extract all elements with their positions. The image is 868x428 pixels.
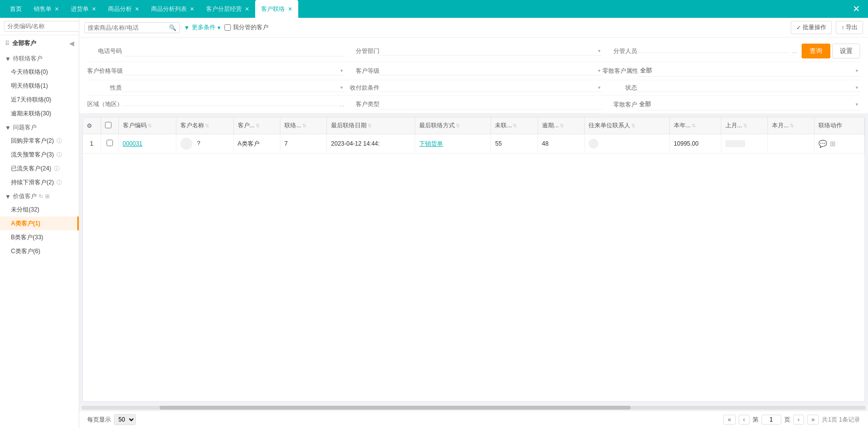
filter-search-icon[interactable]: 🔍 bbox=[169, 24, 176, 31]
message-action-icon[interactable]: 💬 bbox=[818, 140, 827, 148]
customer-code-link[interactable]: 000031 bbox=[123, 140, 143, 147]
nav-tab-sales[interactable]: 销售单 ✕ bbox=[28, 0, 65, 18]
select-customer-level[interactable]: ▾ bbox=[380, 66, 602, 75]
sort-level-icon[interactable]: ⇅ bbox=[256, 123, 260, 128]
info-icon-0[interactable]: ⓘ bbox=[56, 138, 62, 144]
first-page-button[interactable]: « bbox=[723, 415, 736, 425]
input-region[interactable] bbox=[123, 103, 337, 106]
sidebar-collapse-icon[interactable]: ◀ bbox=[69, 40, 74, 47]
grid-action-icon[interactable]: ⊞ bbox=[830, 140, 836, 148]
sort-this-month-icon[interactable]: ⇅ bbox=[790, 123, 794, 128]
close-goods-list-tab[interactable]: ✕ bbox=[190, 6, 194, 12]
select-payment[interactable]: ▾ bbox=[380, 83, 602, 92]
price-level-arrow: ▾ bbox=[340, 68, 343, 73]
nav-tab-goods-analysis[interactable]: 商品分析 ✕ bbox=[102, 0, 145, 18]
settings-button[interactable]: 设置 bbox=[832, 44, 860, 58]
nav-close-app[interactable]: ✕ bbox=[849, 3, 864, 14]
filter-bar: 🔍 ▼ 更多条件 ▾ 我分管的客户 ✓ 批量操作 bbox=[79, 18, 868, 38]
close-purchase-tab[interactable]: ✕ bbox=[92, 6, 96, 12]
close-goods-analysis-tab[interactable]: ✕ bbox=[135, 6, 139, 12]
close-customer-contact-tab[interactable]: ✕ bbox=[288, 6, 292, 12]
sidebar-item-week-pending[interactable]: 近7天待联络(0) bbox=[0, 93, 79, 107]
input-manager[interactable] bbox=[637, 50, 790, 53]
info-icon-1[interactable]: ⓘ bbox=[56, 152, 62, 158]
th-code: 客户编码 ⇅ bbox=[118, 117, 176, 134]
last-page-button[interactable]: » bbox=[807, 415, 819, 425]
select-all-checkbox[interactable] bbox=[105, 122, 111, 128]
sidebar-item-c-class[interactable]: C类客户(6) bbox=[0, 244, 79, 258]
sidebar-item-ungrouped[interactable]: 未分组(32) bbox=[0, 203, 79, 216]
filter-more-conditions[interactable]: ▼ 更多条件 ▾ bbox=[184, 23, 220, 32]
customer-table: ⚙ 客户编码 ⇅ bbox=[83, 117, 865, 154]
sidebar-item-overdue-pending[interactable]: 逾期未联络(30) bbox=[0, 107, 79, 120]
sort-date-icon[interactable]: ⇅ bbox=[368, 123, 372, 128]
sidebar-search-input[interactable] bbox=[4, 21, 79, 32]
select-nature[interactable]: ▾ bbox=[122, 83, 345, 92]
horizontal-scrollbar[interactable] bbox=[79, 405, 868, 411]
select-sparse-attr[interactable]: 全部 ▾ bbox=[638, 65, 860, 77]
content-area: 🔍 ▼ 更多条件 ▾ 我分管的客户 ✓ 批量操作 bbox=[79, 18, 868, 428]
close-sales-tab[interactable]: ✕ bbox=[54, 6, 59, 12]
info-icon-3[interactable]: ⓘ bbox=[56, 179, 62, 185]
td-row-num: 1 bbox=[83, 134, 101, 154]
value-refresh-icon[interactable]: ↻ bbox=[39, 193, 43, 200]
value-section-title[interactable]: ▼ 价值客户 ↻ ⊞ bbox=[0, 189, 79, 203]
close-customer-layer-tab[interactable]: ✕ bbox=[245, 6, 249, 12]
page-input[interactable] bbox=[761, 415, 781, 425]
problem-section-title[interactable]: ▼ 问题客户 bbox=[0, 120, 79, 134]
sort-year-icon[interactable]: ⇅ bbox=[692, 123, 696, 128]
scrollbar-thumb[interactable] bbox=[160, 406, 630, 410]
pending-section-title[interactable]: ▼ 待联络客户 bbox=[0, 52, 79, 65]
export-button[interactable]: ↑ 导出 bbox=[836, 21, 863, 34]
sidebar-item-repurchase-abnormal[interactable]: 回购异常客户(2) ⓘ bbox=[0, 134, 79, 148]
nav-tab-customer-layer[interactable]: 客户分层经营 ✕ bbox=[200, 0, 255, 18]
nav-tab-home[interactable]: 首页 bbox=[4, 0, 28, 18]
filter-search-input[interactable] bbox=[88, 24, 167, 31]
sidebar-item-tomorrow-pending[interactable]: 明天待联络(1) bbox=[0, 79, 79, 93]
sort-name-icon[interactable]: ⇅ bbox=[205, 123, 209, 128]
nav-tab-goods-analysis-list[interactable]: 商品分析列表 ✕ bbox=[145, 0, 200, 18]
input-customer-type[interactable] bbox=[380, 99, 602, 109]
sidebar-item-churned[interactable]: 已流失客户(24) ⓘ bbox=[0, 161, 79, 175]
adv-filter-wrapper: 电话号码 分管部门 ▾ 分管人员 … bbox=[79, 38, 868, 114]
page-size-select[interactable]: 50 bbox=[114, 414, 136, 425]
value-settings-icon[interactable]: ⊞ bbox=[45, 193, 50, 200]
sidebar-item-declining[interactable]: 持续下滑客户(2) ⓘ bbox=[0, 175, 79, 189]
select-status[interactable]: ▾ bbox=[637, 83, 860, 92]
nav-tab-purchase[interactable]: 进货单 ✕ bbox=[65, 0, 102, 18]
sidebar-item-b-class[interactable]: B类客户(33) bbox=[0, 230, 79, 244]
label-manager: 分管人员 bbox=[602, 47, 637, 55]
nav-tab-customer-contact[interactable]: 客户联络 ✕ bbox=[255, 0, 298, 18]
action-icons-group: 💬 ⊞ bbox=[818, 140, 860, 148]
sidebar-item-today-pending[interactable]: 今天待联络(0) bbox=[0, 65, 79, 79]
td-overdue: 48 bbox=[538, 134, 584, 154]
prev-page-button[interactable]: ‹ bbox=[739, 415, 750, 425]
last-method-link[interactable]: 下销货单 bbox=[419, 140, 443, 147]
region-dots[interactable]: … bbox=[339, 101, 345, 108]
sort-no-contact-icon[interactable]: ⇅ bbox=[513, 123, 517, 128]
input-phone[interactable] bbox=[122, 46, 345, 56]
manager-dots[interactable]: … bbox=[792, 48, 798, 54]
sort-overdue-icon[interactable]: ⇅ bbox=[560, 123, 564, 128]
page-size-section: 每页显示 50 bbox=[87, 414, 136, 425]
row-checkbox[interactable] bbox=[107, 140, 113, 146]
settings-gear-icon[interactable]: ⚙ bbox=[87, 122, 92, 129]
sidebar-item-churn-warning[interactable]: 流失预警客户(3) ⓘ bbox=[0, 148, 79, 161]
sort-code-icon[interactable]: ⇅ bbox=[148, 123, 152, 128]
filter-my-customers[interactable]: 我分管的客户 bbox=[224, 23, 269, 32]
sort-method-icon[interactable]: ⇅ bbox=[456, 123, 460, 128]
select-sparse-customer[interactable]: 全部 ▾ bbox=[637, 99, 860, 110]
select-dept[interactable]: ▾ bbox=[380, 47, 602, 55]
select-price-level[interactable]: ▾ bbox=[123, 66, 345, 75]
th-name: 客户名称 ⇅ bbox=[176, 117, 233, 134]
my-customers-checkbox[interactable] bbox=[224, 24, 231, 31]
batch-op-button[interactable]: ✓ 批量操作 bbox=[791, 21, 832, 34]
query-button[interactable]: 查询 bbox=[802, 44, 830, 58]
next-page-button[interactable]: › bbox=[793, 415, 804, 425]
all-customers-header[interactable]: ⠿ 全部客户 ◀ bbox=[0, 35, 79, 52]
sidebar-item-a-class[interactable]: A类客户(1) bbox=[0, 216, 79, 230]
info-icon-2[interactable]: ⓘ bbox=[54, 165, 59, 171]
sort-contact-icon[interactable]: ⇅ bbox=[302, 123, 306, 128]
sort-company-icon[interactable]: ⇅ bbox=[631, 123, 635, 128]
sort-last-month-icon[interactable]: ⇅ bbox=[743, 123, 747, 128]
